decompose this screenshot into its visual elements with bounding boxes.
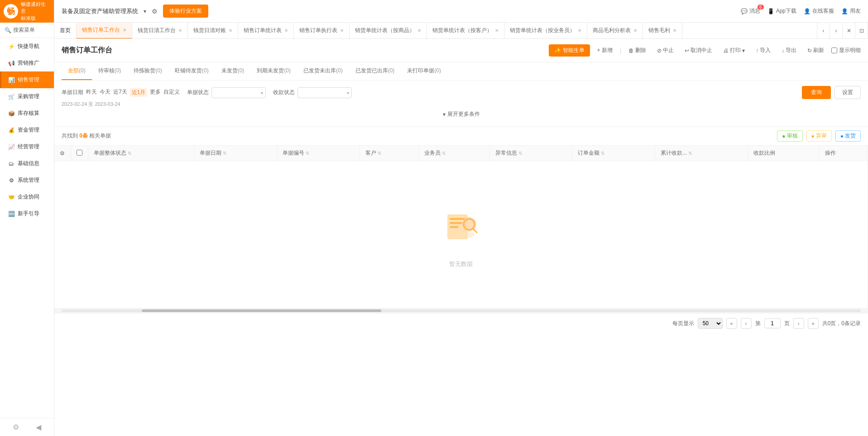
sort-icon-customer[interactable]: ⇅ (378, 151, 381, 156)
sort-icon-collected[interactable]: ⇅ (688, 151, 692, 156)
sub-tab-pending-review[interactable]: 待审核(0) (92, 62, 128, 80)
tab-close-cash-daily[interactable]: ✕ (178, 28, 182, 33)
last-page-btn[interactable]: » (808, 318, 819, 329)
tab-next-btn[interactable]: › (830, 23, 843, 39)
tab-sales-stat-product[interactable]: 销货单统计表（按商品）✕ (350, 23, 427, 39)
date-link-今天[interactable]: 今天 (100, 88, 110, 97)
suspend-btn[interactable]: ⊘ 中止 (653, 45, 677, 56)
sub-tab-shipped-out[interactable]: 已发货已出库(0) (349, 62, 401, 80)
cancel-suspend-btn[interactable]: ↩ 取消中止 (681, 45, 716, 56)
tab-sales-stat-staff[interactable]: 销货单统计表（按业务员）✕ (504, 23, 587, 39)
collect-select[interactable] (297, 87, 352, 98)
ship-btn[interactable]: ● 发货 (835, 130, 861, 142)
print-btn[interactable]: 🖨 打印 ▾ (719, 45, 748, 56)
tab-close-sales-stat-customer[interactable]: ✕ (495, 28, 499, 33)
tab-expand-btn[interactable]: ⊡ (855, 23, 868, 39)
tab-label: 销货单统计表（按商品） (355, 27, 415, 34)
tab-sales-gross[interactable]: 销售毛利✕ (643, 23, 682, 39)
first-page-btn[interactable]: « (726, 318, 737, 329)
sidebar-item-finance[interactable]: 💰资金管理 (0, 122, 54, 138)
horizontal-scrollbar[interactable] (54, 308, 868, 313)
page-size-select[interactable]: 102050100 (698, 318, 723, 329)
export-btn[interactable]: ↓ 导出 (778, 45, 800, 56)
tab-close-sales-exec[interactable]: ✕ (340, 28, 344, 33)
table-head-row: ⚙单据整体状态⇅单据日期⇅单据编号⇅客户⇅业务员⇅异常信息⇅订单金额⇅累计收款.… (54, 146, 868, 161)
tab-close-margin-analysis[interactable]: ✕ (633, 28, 637, 33)
sub-tab-pending-inspect[interactable]: 待拣验货(0) (127, 62, 168, 80)
user-item[interactable]: 👤 用友 (841, 7, 861, 15)
sort-icon-status[interactable]: ⇅ (128, 151, 131, 156)
sidebar-item-system[interactable]: ⚙系统管理 (0, 172, 54, 189)
set-btn[interactable]: 设置 (834, 86, 861, 99)
sub-tab-wangpu-pending[interactable]: 旺铺待发货(0) (168, 62, 215, 80)
gear-icon[interactable]: ⚙ (152, 8, 158, 15)
tab-close-btn[interactable]: ✕ (843, 23, 855, 39)
delete-btn[interactable]: 🗑 删除 (625, 45, 650, 56)
tab-close-sales-stat-staff[interactable]: ✕ (578, 28, 581, 33)
sort-icon-date[interactable]: ⇅ (223, 151, 226, 156)
sub-tab-expired-not-shipped[interactable]: 到期未发货(0) (250, 62, 297, 80)
show-detail-check[interactable]: 显示明细 (831, 47, 861, 54)
message-icon-item[interactable]: 💬 6 消息 (741, 7, 760, 15)
select-all-check[interactable] (77, 150, 82, 156)
sub-tab-not-shipped[interactable]: 未发货(0) (215, 62, 251, 80)
scrollbar-thumb[interactable] (142, 309, 382, 312)
next-page-btn[interactable]: › (793, 318, 804, 329)
status-select[interactable] (211, 87, 266, 98)
date-link-更多[interactable]: 更多 (150, 88, 161, 97)
tab-cash-daily[interactable]: 钱货日清工作台✕ (132, 23, 188, 39)
sidebar-item-corp[interactable]: 🤝企业协同 (0, 189, 54, 205)
date-link-自定义[interactable]: 自定义 (163, 88, 180, 97)
audit-btn[interactable]: ● 审核 (777, 130, 802, 142)
sidebar-item-base-info[interactable]: 🗂基础信息 (0, 155, 54, 172)
sub-tab-not-printed[interactable]: 未打印单据(0) (401, 62, 447, 80)
online-service-item[interactable]: 👤 在线客服 (804, 7, 834, 15)
tab-close-sales-workbench[interactable]: ✕ (123, 28, 126, 33)
cancel-audit-btn[interactable]: ● 弃审 (806, 130, 832, 142)
app-download-item[interactable]: 📱 App下载 (767, 7, 796, 15)
sidebar-item-sales[interactable]: 📊销售管理 (0, 71, 54, 88)
smart-gen-btn[interactable]: ✨ 智能生单 (549, 44, 590, 57)
tab-margin-analysis[interactable]: 商品毛利分析表✕ (587, 23, 643, 39)
sort-icon-number[interactable]: ⇅ (306, 151, 309, 156)
sidebar-item-quick-nav[interactable]: ⚡快捷导航 (0, 38, 54, 55)
refresh-btn[interactable]: ↻ 刷新 (804, 45, 828, 56)
tab-sales-workbench[interactable]: 销售订单工作台✕ (77, 23, 132, 39)
tab-close-cash-reconcile[interactable]: ✕ (229, 28, 232, 33)
add-btn[interactable]: + 新增 (594, 45, 616, 56)
sidebar-item-marketing[interactable]: 📢营销推广 (0, 55, 54, 71)
sidebar-item-purchase[interactable]: 🛒采购管理 (0, 88, 54, 105)
import-btn[interactable]: ↑ 导入 (752, 45, 774, 56)
tab-close-sales-gross[interactable]: ✕ (673, 28, 676, 33)
settings-icon[interactable]: ⚙ (13, 423, 19, 431)
expand-btn[interactable]: ▾ 展开更多条件 (62, 108, 861, 121)
sort-icon-exception[interactable]: ⇅ (518, 151, 522, 156)
date-link-近7天[interactable]: 近7天 (113, 88, 127, 97)
sidebar-item-inventory[interactable]: 📦库存核算 (0, 105, 54, 122)
date-link-昨天[interactable]: 昨天 (86, 88, 97, 97)
sort-icon-amount[interactable]: ⇅ (601, 151, 604, 156)
sub-tab-all[interactable]: 全部(0) (62, 62, 92, 80)
prev-page-btn[interactable]: ‹ (741, 318, 752, 329)
tab-close-sales-stat-product[interactable]: ✕ (417, 28, 421, 33)
tab-sales-stat-customer[interactable]: 销货单统计表（按客户）✕ (427, 23, 504, 39)
date-link-近1月[interactable]: 近1月 (130, 88, 148, 97)
col-settings-icon[interactable]: ⚙ (60, 150, 65, 156)
tab-prev-btn[interactable]: ‹ (817, 23, 830, 39)
tab-close-sales-stat[interactable]: ✕ (284, 28, 288, 33)
search-icon: 🔍 (5, 27, 11, 33)
topbar-dropdown[interactable]: ▾ (144, 8, 146, 14)
tab-sales-stat[interactable]: 销售订单统计表✕ (238, 23, 294, 39)
page-input[interactable] (764, 318, 781, 328)
sidebar-search[interactable]: 🔍 搜索菜单 (0, 23, 54, 38)
sidebar-item-operations[interactable]: 📈经营管理 (0, 138, 54, 155)
query-btn[interactable]: 查询 (802, 86, 831, 99)
tab-cash-reconcile[interactable]: 钱货日清对账✕ (188, 23, 238, 39)
tab-sales-exec[interactable]: 销售订单执行表✕ (294, 23, 350, 39)
sort-icon-staff[interactable]: ⇅ (442, 151, 446, 156)
sub-tab-shipped-not-out[interactable]: 已发货未出库(0) (297, 62, 349, 80)
sidebar-item-guide[interactable]: 🆕新手引导 (0, 205, 54, 222)
collapse-icon[interactable]: ◀ (36, 423, 41, 431)
tab-home[interactable]: 首页 (54, 23, 77, 39)
industry-btn[interactable]: 体验行业方案 (163, 5, 208, 18)
